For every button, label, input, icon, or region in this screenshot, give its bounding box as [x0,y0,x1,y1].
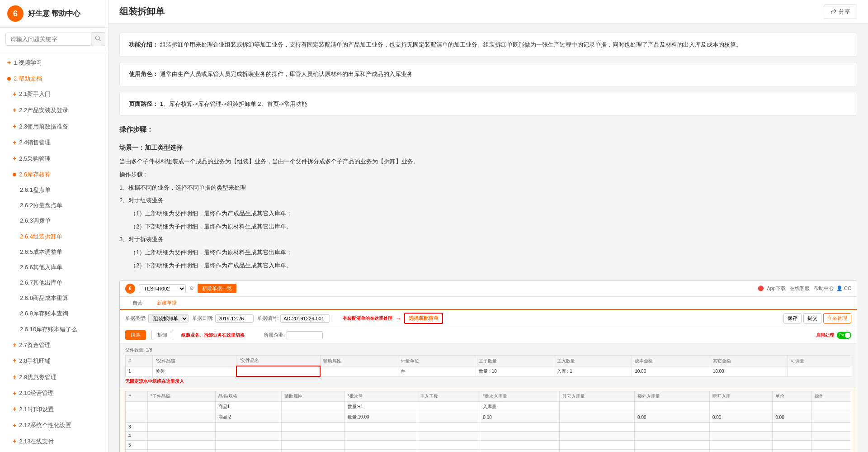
sidebar-item-split-stocktake[interactable]: 2.6.2分量盘点单 [0,198,108,213]
role-block: 使用角色： 通常由生产人员或库管人员完成拆装业务的操作，库管人员确认原材料的出库… [119,62,857,86]
sidebar-item-sales[interactable]: + 2.4销售管理 [0,135,108,151]
svg-point-0 [95,36,99,40]
col-lno: # [126,391,148,402]
cell-qty: 数量 : 10 [476,366,554,376]
mock-dept-label: 所属企业: [264,332,285,338]
mock-disassembly-btn[interactable]: 拆卸 [151,330,173,340]
mock-dept-input[interactable] [287,331,323,339]
step2-1: （1）上部明细为父件明细，最终作为产成品生成其它入库单； [119,208,857,219]
plus-icon: + [13,405,16,414]
table-row: 1 关关 件 数量 : 10 入库 : 1 10.00 10.00 [126,366,851,376]
sidebar-item-ops[interactable]: + 2.10经营管理 [0,385,108,402]
sidebar-item-finance[interactable]: + 2.7资金管理 [0,337,108,353]
col-other: 其它金额 [710,356,788,366]
sidebar-item-cost-calc[interactable]: 2.6.8商品成本重算 [0,290,108,306]
mock-billno-input[interactable] [280,314,330,323]
mock-lower-table-wrapper: # *子件品编 品名/规格 辅助属性 *批次号 主入子数 *批次入库量 其它入库… [120,388,857,452]
cell-other-amt: 10.00 [710,366,788,376]
top-bar: 组装拆卸单 分享 [108,0,868,24]
cell-code: 关关 [153,366,236,376]
role-text: 通常由生产人员或库管人员完成拆装业务的操作，库管人员确认原材料的出库和产成品的入… [160,71,413,77]
sidebar-item-stock-error[interactable]: 2.6.10库存账本错了么 [0,322,108,337]
sidebar-item-coupon[interactable]: + 2.9优惠券管理 [0,369,108,385]
mock-avatar: 👤 CC [836,285,851,291]
sidebar-item-newcomer[interactable]: + 2.1新手入门 [0,86,108,103]
step2: 2、对于组装业务 [119,195,857,206]
table-row: 3 [126,423,851,432]
mock-store-select[interactable]: TEST-H002 [139,284,186,293]
cell-main-sub [417,402,480,412]
col-price: 单价 [773,391,812,402]
mock-new-bill-button[interactable]: 新建单据一览 [198,284,236,293]
sidebar-item-stock-check[interactable]: 2.6.9库存账本查询 [0,306,108,321]
steps-block: 操作步骤： 场景一：加工类型选择 当由多个子件材料组装成一个成品的业务为【组装】… [119,123,857,271]
mock-tab-new-bill[interactable]: 新建单据 [150,297,184,310]
plus-icon: + [13,341,16,350]
sidebar-item-assembly[interactable]: 2.6.4组装拆卸单 [0,229,108,244]
mock-apply-button[interactable]: 立采处理 [823,313,851,324]
content-area: 功能介绍： 组装拆卸单用来处理企业组装或拆卸等加工业务，支持有固定装配清单的产品… [108,24,868,452]
share-button[interactable]: 分享 [824,5,857,19]
sidebar-item-cost-adjust[interactable]: 2.6.5成本调整单 [0,244,108,260]
intro-label: 功能介绍： [129,41,158,48]
cell-child-attr [282,412,344,423]
sidebar-item-other-in[interactable]: 2.6.6其他入库单 [0,260,108,275]
plus-icon: + [13,437,16,446]
intro-text: 组装拆卸单用来处理企业组装或拆卸等加工业务，支持有固定装配清单的产品加工业务，也… [160,41,742,48]
sidebar-item-help-doc[interactable]: 2.帮助文档 [0,71,108,86]
mock-tab-ziying[interactable]: 自营 [125,297,150,309]
mock-save-button[interactable]: 保存 [783,313,802,324]
plus-icon: + [13,373,16,382]
cell-other-in [560,412,635,423]
mock-toggle-switch[interactable]: On [837,332,851,339]
sidebar-item-mobile[interactable]: + 2.8手机旺铺 [0,353,108,369]
sidebar-item-install[interactable]: + 2.2产品安装及登录 [0,102,108,119]
mock-assembly-btn[interactable]: 组装 [125,330,146,340]
sidebar-item-faq[interactable]: + 2.14常见问题 [0,450,108,452]
search-input[interactable] [5,33,91,46]
role-label: 使用角色： [129,71,158,77]
mock-type-annotation-text: 组装业务、拆卸业务在这里切换 [181,332,245,338]
cell-batch1: 数量:+1 [344,402,417,412]
table-row: 5 [126,441,851,450]
sidebar-item-data-prep[interactable]: + 2.3使用前数据准备 [0,119,108,135]
sidebar-item-payment[interactable]: + 2.13在线支付 [0,433,108,450]
sidebar-item-video[interactable]: + 1.视频学习 [0,55,108,71]
search-box [0,28,108,51]
page-title: 组装拆卸单 [119,5,165,18]
screenshot-inner: 6 TEST-H002 ⚙ 新建单据一览 🔴 App下载 在线客服 帮助中心 👤… [120,281,857,452]
sidebar-item-purchase[interactable]: + 2.5采购管理 [0,151,108,167]
mock-upper-table-wrapper: 父件数量: 1/8 # *父件品编 *父件品名 辅助属性 计量单位 主子数量 主… [120,346,857,386]
mock-bill-type-select[interactable]: 组装拆卸单 [148,314,189,323]
cell-child-name: 商品1 [215,402,282,412]
cell-main-sub [417,412,480,423]
sidebar: 6 好生意 帮助中心 + 1.视频学习 2.帮助文档 + 2.1新手入门 + 2… [0,0,108,452]
sidebar-item-stocktaking[interactable]: 2.6.1盘点单 [0,182,108,198]
mock-assembly-list-button[interactable]: 选择装配清单 [404,313,443,324]
cell-child-attr [282,402,344,412]
dot-icon [13,173,16,176]
plus-icon: + [13,389,16,398]
mock-logo: 6 [125,284,135,294]
cell-unit: 件 [398,366,476,376]
col-ops: 操作 [812,391,851,402]
mock-type-row: 组装 拆卸 组装业务、拆卸业务在这里切换 所属企业: 启用处理 [120,327,857,343]
sidebar-item-custom[interactable]: + 2.12系统个性化设置 [0,418,108,434]
plus-icon: + [13,357,16,366]
sidebar-item-transfer[interactable]: 2.6.3调拨单 [0,213,108,228]
search-button[interactable] [91,32,105,46]
mock-toolbar: 单据类型: 组装拆卸单 单据日期: 单据编号: [120,310,857,327]
plus-icon: + [13,106,16,115]
mock-topbar-right: 🔴 App下载 在线客服 帮助中心 👤 CC [758,285,851,292]
sidebar-item-print[interactable]: + 2.11打印设置 [0,401,108,418]
cell-break-in: 0.00 [709,412,772,423]
mock-settings-icon: ⚙ [189,285,194,291]
cell-row-ops [812,402,851,412]
sidebar-item-inventory[interactable]: 2.6库存核算 [0,167,108,182]
col-unit: 计量单位 [398,356,476,366]
table-row: 6 [126,450,851,452]
mock-submit-button[interactable]: 提交 [803,313,821,324]
mock-topbar: 6 TEST-H002 ⚙ 新建单据一览 🔴 App下载 在线客服 帮助中心 👤… [120,281,857,297]
mock-date-input[interactable] [215,314,254,323]
sidebar-item-other-out[interactable]: 2.6.7其他出库单 [0,275,108,290]
